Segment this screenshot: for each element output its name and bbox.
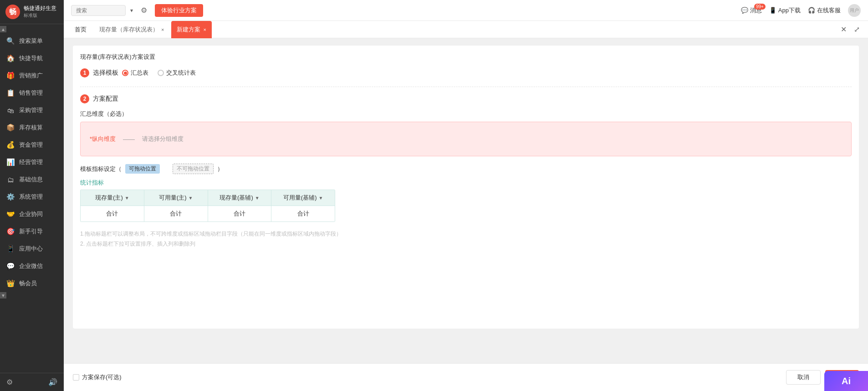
stats-col3-header[interactable]: 现存量(基辅) ▼ <box>208 190 272 206</box>
indicators-label: 模板指标设定（ 可拖动位置 不可拖动位置 ） <box>80 164 852 174</box>
stats-table: 现存量(主) ▼ 可用量(主) ▼ 现存量(基辅) ▼ <box>80 190 335 222</box>
sidebar-item-newbie[interactable]: 🎯 新手引导 <box>0 223 64 240</box>
apps-icon: 📱 <box>6 245 15 253</box>
sidebar-item-apps[interactable]: 📱 应用中心 <box>0 240 64 257</box>
stats-col4-header[interactable]: 可用量(基辅) ▼ <box>271 190 335 206</box>
phone-icon: 📱 <box>769 7 776 14</box>
section2-title: 方案配置 <box>93 95 118 103</box>
sidebar-scroll-up[interactable]: ▲ <box>0 26 6 32</box>
trial-btn[interactable]: 体验行业方案 <box>155 4 203 17</box>
tab-new-plan[interactable]: 新建方案 × <box>171 21 211 38</box>
headset-icon: 🎧 <box>808 7 815 14</box>
sidebar-item-shortcut[interactable]: 🏠 快捷导航 <box>0 50 64 67</box>
topbar-settings-btn[interactable]: ⚙ <box>138 4 150 17</box>
tab-home[interactable]: 首页 <box>69 21 92 38</box>
stats-table-header: 现存量(主) ▼ 可用量(主) ▼ 现存量(基辅) ▼ <box>81 190 335 206</box>
tab-inventory-status[interactable]: 现存量（库存状况表） × <box>94 21 169 38</box>
stats-col4-body: 合计 <box>271 206 335 221</box>
dimension-dash: —— <box>123 136 135 143</box>
settings-footer-icon[interactable]: ⚙ <box>6 378 13 386</box>
search-icon: 🔍 <box>6 37 15 45</box>
indicators-setting: 模板指标设定（ 可拖动位置 不可拖动位置 ） 统计指标 现存量(主) <box>80 164 852 249</box>
section2-header: 2 方案配置 <box>80 94 852 103</box>
sidebar-item-basic[interactable]: 🗂 基础信息 <box>0 171 64 188</box>
system-icon: ⚙️ <box>6 193 15 201</box>
page-title: 现存量(库存状况表)方案设置 <box>80 53 852 61</box>
sidebar-item-member[interactable]: 👑 畅会员 <box>0 275 64 292</box>
message-badge: 99+ <box>754 4 766 10</box>
save-option[interactable]: 方案保存(可选) <box>73 373 122 381</box>
sales-icon: 📋 <box>6 89 15 97</box>
divider1 <box>80 87 852 87</box>
stats-title: 统计指标 <box>80 179 852 187</box>
wechat-icon: 💬 <box>6 262 15 270</box>
save-checkbox[interactable] <box>73 374 79 381</box>
stats-table-body: 合计 合计 合计 合计 <box>81 206 335 221</box>
sidebar-item-sales[interactable]: 📋 销售管理 <box>0 84 64 102</box>
user-avatar[interactable]: 用户 <box>848 4 861 17</box>
tips-section: 1.拖动标题栏可以调整布局，不可跨维度或指标区域拖动栏目字段（只能在同一维度或指… <box>80 229 852 249</box>
section1-num: 1 <box>80 68 89 77</box>
section1-header: 1 选择模板 汇总表 交叉统计表 <box>80 68 852 77</box>
col1-chevron: ▼ <box>125 196 129 201</box>
dimension-required: *纵向维度 <box>90 135 116 143</box>
gift-icon: 🎁 <box>6 72 15 80</box>
ai-badge[interactable]: Ai <box>824 371 868 391</box>
sidebar-item-system[interactable]: ⚙️ 系统管理 <box>0 188 64 206</box>
messages-btn[interactable]: 💬 消息 99+ <box>741 6 762 15</box>
operation-icon: 📊 <box>6 158 15 166</box>
member-icon: 👑 <box>6 279 15 288</box>
newbie-icon: 🎯 <box>6 227 15 236</box>
content-area: 现存量(库存状况表)方案设置 1 选择模板 汇总表 <box>64 38 868 363</box>
radio-cross-circle <box>158 70 164 76</box>
main-area: ▾ ⚙ 体验行业方案 💬 消息 99+ 📱 App下载 🎧 在线客服 用户 <box>64 0 868 391</box>
template-radio-group: 汇总表 交叉统计表 <box>122 69 196 77</box>
section-choose-template: 1 选择模板 汇总表 交叉统计表 <box>80 68 852 77</box>
topbar-dropdown[interactable]: ▾ <box>130 7 133 14</box>
undraggable-tag: 不可拖动位置 <box>173 164 214 174</box>
sidebar-item-purchase[interactable]: 🛍 采购管理 <box>0 102 64 119</box>
cancel-button[interactable]: 取消 <box>786 370 821 385</box>
sound-footer-icon[interactable]: 🔊 <box>48 378 57 386</box>
search-input[interactable] <box>71 5 126 16</box>
online-support-btn[interactable]: 🎧 在线客服 <box>808 6 841 15</box>
close-panel-btn[interactable]: ✕ <box>838 24 849 35</box>
tab-new-plan-close[interactable]: × <box>203 27 206 32</box>
stats-col1-header[interactable]: 现存量(主) ▼ <box>81 190 144 206</box>
app-logo-icon: 畅 <box>5 5 20 19</box>
sidebar-item-operation[interactable]: 📊 经营管理 <box>0 154 64 171</box>
col3-chevron: ▼ <box>255 196 260 201</box>
dimension-placeholder[interactable]: 请选择分组维度 <box>142 135 184 143</box>
stats-section: 统计指标 现存量(主) ▼ 可用量(主) ▼ <box>80 179 852 222</box>
sidebar-item-search[interactable]: 🔍 搜索菜单 <box>0 32 64 50</box>
dimension-box: *纵向维度 —— 请选择分组维度 <box>80 122 852 156</box>
app-download-btn[interactable]: 📱 App下载 <box>769 6 801 15</box>
tip1: 1.拖动标题栏可以调整布局，不可跨维度或指标区域拖动栏目字段（只能在同一维度或指… <box>80 229 852 239</box>
dimension-label: 汇总维度（必选） <box>80 110 852 118</box>
app-logo-text: 畅捷通好生意 标准版 <box>24 5 56 19</box>
tab-expand-btns: ✕ ⤢ <box>838 24 863 35</box>
section1-title: 选择模板 <box>93 69 118 77</box>
home-icon: 🏠 <box>6 54 15 62</box>
sidebar-nav: ▲ 🔍 搜索菜单 🏠 快捷导航 🎁 营销推广 📋 销售管理 🛍 采购管理 📦 库… <box>0 24 64 373</box>
sidebar-footer: ⚙ 🔊 <box>0 373 64 391</box>
section2-num: 2 <box>80 94 89 103</box>
section-plan-config: 2 方案配置 汇总维度（必选） *纵向维度 —— 请选择分组维度 模板指标设定（… <box>80 94 852 249</box>
purchase-icon: 🛍 <box>6 106 15 114</box>
sidebar: 畅 畅捷通好生意 标准版 ▲ 🔍 搜索菜单 🏠 快捷导航 🎁 营销推广 📋 销售… <box>0 0 64 391</box>
tab-inventory-close[interactable]: × <box>161 27 164 32</box>
radio-summary-dot <box>124 72 127 75</box>
tip2: 2. 点击标题栏下拉可设置排序、插入列和删除列 <box>80 239 852 249</box>
sidebar-item-marketing[interactable]: 🎁 营销推广 <box>0 67 64 84</box>
sidebar-item-inventory[interactable]: 📦 库存核算 <box>0 119 64 136</box>
sidebar-item-wechat[interactable]: 💬 企业微信 <box>0 257 64 275</box>
radio-cross[interactable]: 交叉统计表 <box>158 69 196 77</box>
radio-summary[interactable]: 汇总表 <box>122 69 148 77</box>
col2-chevron: ▼ <box>189 196 193 201</box>
sidebar-scroll-down[interactable]: ▼ <box>0 292 6 298</box>
stats-col2-header[interactable]: 可用量(主) ▼ <box>144 190 208 206</box>
stats-col1-body: 合计 <box>81 206 144 221</box>
sidebar-item-finance[interactable]: 💰 资金管理 <box>0 136 64 154</box>
expand-panel-btn[interactable]: ⤢ <box>851 24 863 35</box>
sidebar-item-enterprise[interactable]: 🤝 企业协同 <box>0 206 64 223</box>
